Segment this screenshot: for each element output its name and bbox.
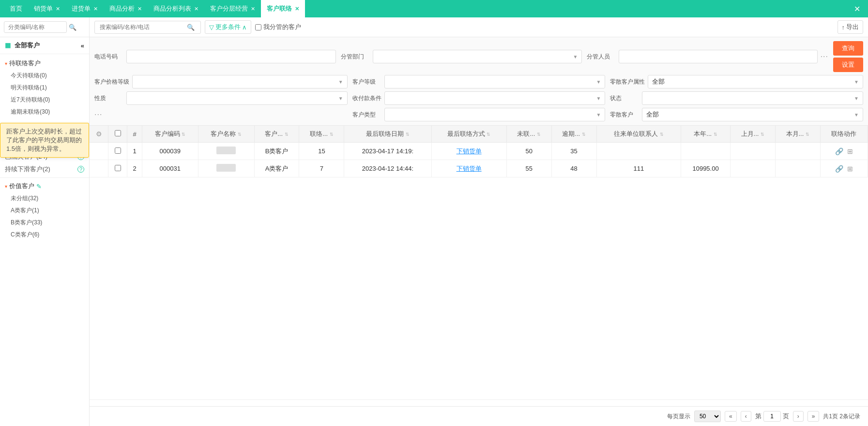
sort-uncontacted-icon[interactable]: ⇅ <box>537 132 541 137</box>
sidebar-item-7days[interactable]: 近7天待联络(0) <box>0 94 89 106</box>
last-contact-type-link[interactable]: 下销货单 <box>457 165 482 172</box>
select-all-checkbox[interactable] <box>115 130 121 136</box>
sidebar-all-customers[interactable]: ▦ 全部客户 « <box>0 37 89 54</box>
nav-analysis-list-close[interactable]: ✕ <box>194 6 198 12</box>
status-chevron-icon: ▼ <box>854 96 859 101</box>
export-btn[interactable]: ↑ 导出 <box>838 20 864 34</box>
filter-phone: 电话号码 <box>94 50 336 63</box>
declining-info-icon: ? <box>77 166 84 173</box>
sort-year-icon[interactable]: ⇅ <box>714 132 717 137</box>
nav-sales[interactable]: 销货单 ✕ <box>28 0 66 17</box>
sidebar-waiting-contact-title[interactable]: ▾ 待联络客户 <box>0 57 89 70</box>
nav-customer-contact[interactable]: 客户联络 ✕ <box>261 0 305 17</box>
sidebar-collapse-icon[interactable]: « <box>81 42 84 49</box>
table-settings-icon[interactable]: ⚙ <box>96 130 102 138</box>
filter-row-1: 电话号码 分管部门 ▼ 分管人员 ··· 查询 设置 <box>94 41 863 72</box>
sort-date-icon[interactable]: ⇅ <box>406 132 410 137</box>
prev-page-btn[interactable]: ‹ <box>741 411 751 422</box>
person-input[interactable] <box>619 50 817 63</box>
retail-attr-chevron-icon: ▼ <box>854 79 859 85</box>
horizontal-scrollbar[interactable] <box>90 399 868 406</box>
filter-row-2: 客户价格等级 ▼ 客户等级 ▼ 零散客户属性 全部 <box>94 75 863 88</box>
sidebar-item-declining[interactable]: 持续下滑客户(2) ? <box>0 163 89 176</box>
nav-home[interactable]: 首页 <box>4 0 28 17</box>
col-last-month: 上月... ⇅ <box>730 126 775 143</box>
sort-type-icon[interactable]: ⇅ <box>487 132 490 137</box>
sort-category-icon[interactable]: ⇅ <box>285 132 289 137</box>
retail-customer-select[interactable]: 全部 ▼ <box>642 108 863 121</box>
link-action-icon[interactable]: 🔗 <box>835 165 843 173</box>
last-page-btn[interactable]: » <box>807 411 820 422</box>
filter-customer-grade: 客户等级 ▼ <box>352 75 606 88</box>
link-action-icon[interactable]: 🔗 <box>835 147 843 155</box>
sort-contact-icon[interactable]: ⇅ <box>330 132 334 137</box>
nav-customer-seg[interactable]: 客户分层经营 ✕ <box>204 0 261 17</box>
sidebar-item-today[interactable]: 今天待联络(0) <box>0 70 89 82</box>
row-checkbox[interactable] <box>115 147 121 154</box>
sidebar-value-customers-title[interactable]: ▾ 价值客户 ✎ <box>0 180 89 192</box>
sidebar-item-overdue[interactable]: 逾期未联络(30) <box>0 106 89 118</box>
dept-select[interactable]: ▼ <box>373 50 582 63</box>
left-sidebar: 🔍 ▦ 全部客户 « ▾ 待联络客户 今天待联络(0) 明天待联络(1) 近7天… <box>0 17 90 426</box>
per-page-select[interactable]: 50 20 100 <box>694 411 721 422</box>
phone-input[interactable] <box>126 50 336 63</box>
sort-unit-icon[interactable]: ⇅ <box>660 132 664 137</box>
grid-action-icon[interactable]: ⊞ <box>847 165 853 173</box>
payment-select[interactable]: ▼ <box>384 91 606 105</box>
person-more-icon[interactable]: ··· <box>821 52 828 61</box>
col-settings: ⚙ <box>90 126 108 143</box>
row4-dots[interactable]: ··· <box>94 110 102 119</box>
sidebar-item-a-class[interactable]: A类客户(1) <box>0 205 89 217</box>
retail-attr-select[interactable]: 全部 ▼ <box>648 75 863 88</box>
setting-btn[interactable]: 设置 <box>833 58 863 72</box>
window-close-btn[interactable]: ✕ <box>850 2 864 15</box>
last-contact-type-link[interactable]: 下销货单 <box>457 147 482 155</box>
status-select[interactable]: ▼ <box>642 91 863 105</box>
query-btn[interactable]: 查询 <box>833 41 863 56</box>
nav-analysis-close[interactable]: ✕ <box>137 6 142 12</box>
sort-code-icon[interactable]: ⇅ <box>182 132 185 137</box>
first-page-btn[interactable]: « <box>725 411 737 422</box>
sort-overdue-icon[interactable]: ⇅ <box>582 132 586 137</box>
customer-type-select[interactable]: ▼ <box>384 108 606 121</box>
sidebar-search-icon[interactable]: 🔍 <box>69 24 76 31</box>
value-customers-edit-icon[interactable]: ✎ <box>36 183 42 190</box>
sidebar-item-ungrouped[interactable]: 未分组(32) <box>0 192 89 205</box>
sort-tmonth-icon[interactable]: ⇅ <box>806 132 809 137</box>
col-action: 联络动作 <box>820 126 868 143</box>
grid-action-icon[interactable]: ⊞ <box>847 147 853 155</box>
row-checkbox[interactable] <box>115 165 121 171</box>
nav-analysis-list[interactable]: 商品分析列表 ✕ <box>148 0 204 17</box>
grid-icon: ▦ <box>5 42 11 49</box>
sidebar-item-b-class[interactable]: B类客户(33) <box>0 217 89 229</box>
my-customers-checkbox-area: 我分管的客户 <box>255 23 301 31</box>
sidebar-search-input[interactable] <box>4 21 67 33</box>
filter-search-input[interactable] <box>100 24 187 30</box>
page-input[interactable] <box>763 411 781 422</box>
sort-name-icon[interactable]: ⇅ <box>238 132 242 137</box>
col-name: 客户名称 ⇅ <box>198 126 254 143</box>
col-this-year: 本年... ⇅ <box>681 126 731 143</box>
col-checkbox <box>108 126 127 143</box>
price-grade-select[interactable]: ▼ <box>132 75 348 88</box>
nav-sales-close[interactable]: ✕ <box>56 6 60 12</box>
nav-purchase[interactable]: 进货单 ✕ <box>66 0 104 17</box>
col-num: # <box>127 126 142 143</box>
sidebar-item-c-class[interactable]: C类客户(6) <box>0 229 89 241</box>
nav-customer-contact-close[interactable]: ✕ <box>295 6 299 12</box>
my-customers-checkbox[interactable] <box>255 24 261 30</box>
col-unit-contacts: 往来单位联系人 ⇅ <box>596 126 681 143</box>
sidebar-item-tomorrow[interactable]: 明天待联络(1) <box>0 82 89 94</box>
filter-search-icon[interactable]: 🔍 <box>187 24 195 31</box>
chevron-down-icon: ∧ <box>242 24 247 31</box>
customer-grade-select[interactable]: ▼ <box>384 75 606 88</box>
filter-retail-customer: 零散客户 全部 ▼ <box>610 108 863 121</box>
next-page-btn[interactable]: › <box>793 411 804 422</box>
nav-customer-seg-close[interactable]: ✕ <box>251 6 255 12</box>
nav-analysis[interactable]: 商品分析 ✕ <box>104 0 148 17</box>
table-row: 1000039B类客户152023-04-17 14:19:下销货单5035🔗⊞ <box>90 143 868 160</box>
gender-select[interactable]: ▼ <box>126 91 348 105</box>
nav-purchase-close[interactable]: ✕ <box>93 6 98 12</box>
sort-lmonth-icon[interactable]: ⇅ <box>761 132 764 137</box>
more-conditions-btn[interactable]: ▽ 更多条件 ∧ <box>205 20 251 34</box>
